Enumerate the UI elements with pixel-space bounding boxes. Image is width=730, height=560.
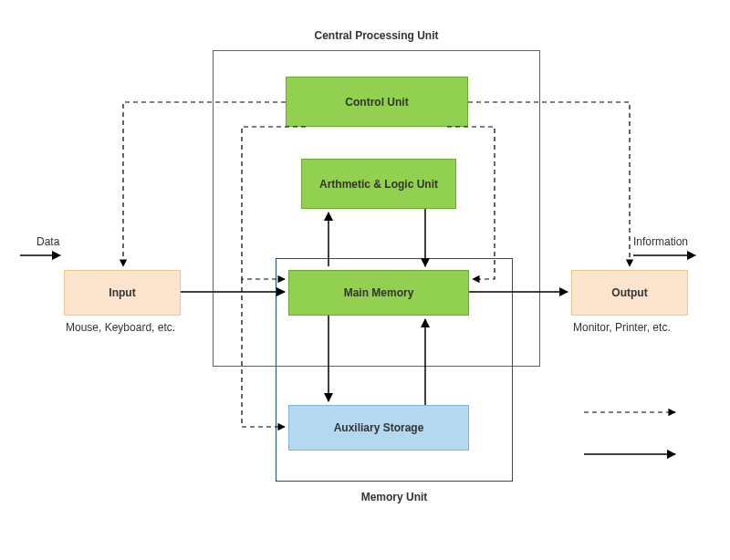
- control-unit-label: Control Unit: [345, 96, 408, 109]
- alu-label: Arthmetic & Logic Unit: [319, 178, 438, 191]
- output-box: Output: [571, 270, 688, 316]
- cpu-title: Central Processing Unit: [213, 29, 540, 42]
- input-label: Input: [109, 286, 135, 299]
- data-caption: Data: [36, 235, 59, 248]
- input-subcaption: Mouse, Keyboard, etc.: [66, 321, 184, 334]
- input-box: Input: [64, 270, 181, 316]
- main-memory-label: Main Memory: [344, 286, 414, 299]
- output-label: Output: [611, 286, 647, 299]
- alu-box: Arthmetic & Logic Unit: [301, 159, 456, 209]
- aux-storage-label: Auxiliary Storage: [334, 421, 424, 434]
- information-caption: Information: [633, 235, 688, 248]
- control-unit-box: Control Unit: [286, 77, 468, 127]
- memory-unit-title: Memory Unit: [276, 491, 513, 503]
- output-subcaption: Monitor, Printer, etc.: [573, 321, 701, 334]
- main-memory-box: Main Memory: [288, 270, 469, 316]
- aux-storage-box: Auxiliary Storage: [288, 405, 469, 451]
